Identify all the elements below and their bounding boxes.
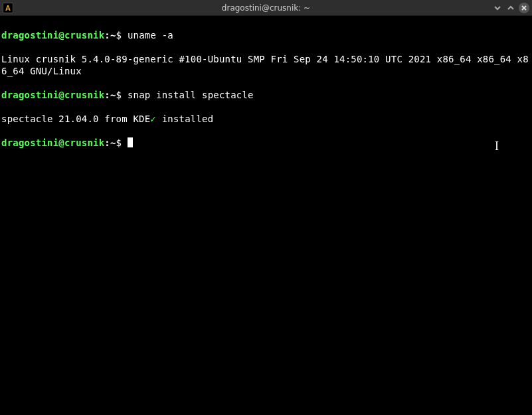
app-icon: A bbox=[3, 3, 13, 13]
command-text: uname -a bbox=[128, 30, 173, 41]
prompt-path: ~ bbox=[110, 90, 116, 100]
maximize-button[interactable] bbox=[505, 3, 516, 13]
prompt-separator: : bbox=[104, 137, 110, 148]
prompt-symbol: $ bbox=[116, 137, 122, 148]
prompt-separator: : bbox=[104, 90, 110, 100]
terminal-line: dragostini@crusnik:~$ snap install spect… bbox=[1, 89, 529, 101]
prompt-symbol: $ bbox=[116, 30, 122, 41]
terminal-content[interactable]: dragostini@crusnik:~$ uname -a Linux cru… bbox=[0, 16, 532, 161]
command-text: snap install spectacle bbox=[128, 90, 254, 100]
window-titlebar: A dragostini@crusnik: ~ bbox=[0, 0, 532, 16]
terminal-output: Linux crusnik 5.4.0-89-generic #100-Ubun… bbox=[1, 53, 529, 77]
terminal-cursor bbox=[128, 137, 133, 147]
close-icon bbox=[521, 5, 527, 11]
app-icon-glyph: A bbox=[5, 4, 11, 12]
prompt-separator: : bbox=[104, 30, 110, 41]
terminal-line: dragostini@crusnik:~$ bbox=[1, 137, 529, 149]
prompt-symbol: $ bbox=[116, 90, 122, 100]
chevron-down-icon bbox=[494, 5, 501, 11]
prompt-path: ~ bbox=[110, 30, 116, 41]
close-button[interactable] bbox=[519, 3, 529, 13]
output-post: installed bbox=[156, 114, 213, 124]
prompt-user-host: dragostini@crusnik bbox=[1, 30, 104, 41]
prompt-user-host: dragostini@crusnik bbox=[1, 137, 104, 148]
output-pre: spectacle 21.04.0 from KDE bbox=[1, 114, 150, 124]
terminal-output: spectacle 21.04.0 from KDE✓ installed bbox=[1, 113, 529, 125]
minimize-button[interactable] bbox=[492, 3, 503, 13]
prompt-path: ~ bbox=[110, 137, 116, 148]
checkmark-icon: ✓ bbox=[150, 114, 156, 124]
window-title: dragostini@crusnik: ~ bbox=[222, 3, 310, 13]
chevron-up-icon bbox=[507, 5, 514, 11]
prompt-user-host: dragostini@crusnik bbox=[1, 90, 104, 100]
window-controls bbox=[492, 3, 529, 13]
terminal-line: dragostini@crusnik:~$ uname -a bbox=[1, 29, 529, 41]
